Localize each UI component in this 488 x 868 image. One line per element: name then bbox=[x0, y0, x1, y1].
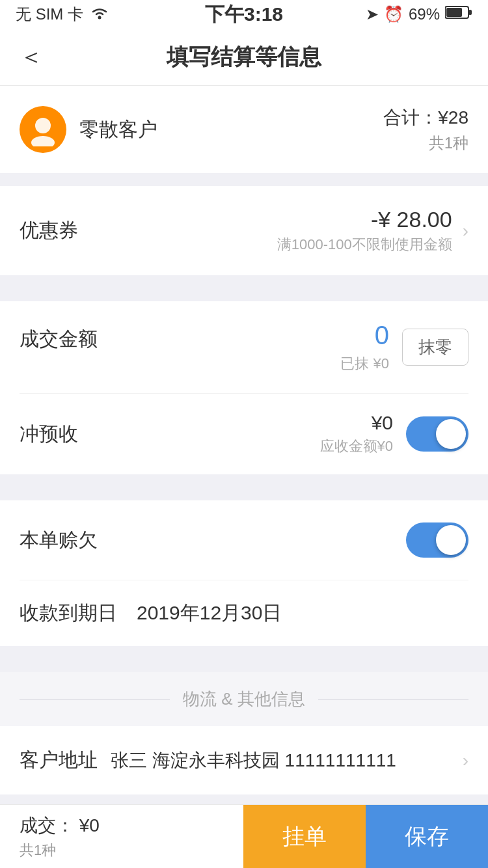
logistics-line-right bbox=[318, 699, 468, 699]
precollect-right: ¥0 应收金额¥0 bbox=[320, 412, 468, 456]
customer-name: 零散客户 bbox=[79, 116, 157, 143]
debt-toggle-knob bbox=[436, 525, 466, 555]
battery-label: 69% bbox=[409, 5, 440, 23]
coupon-row[interactable]: 优惠券 -¥ 28.00 满1000-100不限制使用金额 › bbox=[0, 186, 488, 275]
customer-total: 合计：¥28 共1种 bbox=[383, 105, 468, 154]
address-value: 张三 海淀永丰科技园 11111111111 bbox=[111, 748, 450, 773]
sim-label: 无 SIM 卡 bbox=[16, 4, 83, 25]
amount-label: 成交金额 bbox=[20, 321, 98, 353]
chevron-right-icon: › bbox=[463, 221, 468, 241]
amount-row: 成交金额 0 已抹 ¥0 抹零 bbox=[0, 301, 488, 393]
customer-left: 零散客户 bbox=[20, 106, 157, 153]
total-count: 共1种 bbox=[383, 133, 468, 154]
address-row[interactable]: 客户地址 张三 海淀永丰科技园 11111111111 › bbox=[0, 726, 488, 794]
coupon-value-block: -¥ 28.00 满1000-100不限制使用金额 bbox=[277, 207, 452, 254]
nav-bar: ＜ 填写结算等信息 bbox=[0, 29, 488, 86]
footer: 成交： ¥0 共1种 挂单 保存 bbox=[0, 804, 488, 868]
nav-title: 填写结算等信息 bbox=[167, 42, 321, 72]
round-button[interactable]: 抹零 bbox=[402, 329, 468, 366]
status-time: 下午3:18 bbox=[205, 1, 283, 28]
toggle-knob bbox=[436, 419, 466, 449]
coupon-discount: -¥ 28.00 bbox=[277, 207, 452, 232]
address-chevron-icon: › bbox=[463, 750, 468, 771]
amount-value-block: 0 已抹 ¥0 bbox=[340, 321, 389, 373]
status-right: ➤ ⏰ 69% bbox=[366, 5, 472, 23]
duedate-row: 收款到期日 2019年12月30日 bbox=[0, 580, 488, 646]
location-icon: ➤ bbox=[366, 5, 379, 23]
footer-count: 共1种 bbox=[20, 841, 224, 860]
section-divider-1 bbox=[0, 288, 488, 301]
svg-rect-2 bbox=[468, 10, 472, 15]
svg-point-0 bbox=[98, 16, 102, 20]
amount-value: 0 bbox=[340, 321, 389, 350]
precollect-value: ¥0 bbox=[320, 412, 393, 434]
debt-row: 本单赊欠 bbox=[0, 500, 488, 580]
section-divider-3 bbox=[0, 659, 488, 672]
logistics-header: 物流 & 其他信息 bbox=[0, 672, 488, 726]
avatar bbox=[20, 106, 66, 153]
precollect-sub: 应收金额¥0 bbox=[320, 437, 393, 456]
coupon-right: -¥ 28.00 满1000-100不限制使用金额 › bbox=[277, 207, 468, 254]
back-button[interactable]: ＜ bbox=[20, 41, 43, 73]
logistics-title: 物流 & 其他信息 bbox=[183, 688, 305, 711]
footer-info: 成交： ¥0 共1种 bbox=[0, 813, 243, 860]
status-left: 无 SIM 卡 bbox=[16, 4, 109, 25]
svg-point-4 bbox=[35, 118, 51, 133]
coupon-description: 满1000-100不限制使用金额 bbox=[277, 235, 452, 254]
coupon-label: 优惠券 bbox=[20, 217, 78, 244]
battery-icon bbox=[445, 5, 472, 23]
debt-section: 本单赊欠 收款到期日 2019年12月30日 bbox=[0, 500, 488, 646]
coupon-section: 优惠券 -¥ 28.00 满1000-100不限制使用金额 › bbox=[0, 186, 488, 275]
section-divider-2 bbox=[0, 487, 488, 500]
duedate-value: 2019年12月30日 bbox=[137, 600, 282, 627]
wifi-icon bbox=[90, 5, 109, 23]
footer-deal: 成交： ¥0 bbox=[20, 813, 224, 838]
precollect-value-block: ¥0 应收金额¥0 bbox=[320, 412, 393, 456]
debt-label: 本单赊欠 bbox=[20, 527, 98, 554]
svg-point-5 bbox=[31, 136, 55, 146]
alarm-icon: ⏰ bbox=[384, 5, 403, 23]
address-label: 客户地址 bbox=[20, 747, 98, 774]
precollect-toggle[interactable] bbox=[406, 416, 468, 452]
amount-sub: 已抹 ¥0 bbox=[340, 354, 389, 373]
total-amount: 合计：¥28 bbox=[383, 105, 468, 130]
svg-rect-3 bbox=[446, 8, 462, 17]
precollect-label: 冲预收 bbox=[20, 421, 78, 448]
customer-section: 零散客户 合计：¥28 共1种 bbox=[0, 86, 488, 173]
save-button[interactable]: 保存 bbox=[366, 805, 488, 869]
amount-section: 成交金额 0 已抹 ¥0 抹零 冲预收 ¥0 应收金额¥0 bbox=[0, 301, 488, 474]
customer-row: 零散客户 合计：¥28 共1种 bbox=[0, 86, 488, 173]
amount-right: 0 已抹 ¥0 抹零 bbox=[340, 321, 468, 373]
duedate-label: 收款到期日 bbox=[20, 600, 117, 627]
address-section: 客户地址 张三 海淀永丰科技园 11111111111 › bbox=[0, 726, 488, 794]
status-bar: 无 SIM 卡 下午3:18 ➤ ⏰ 69% bbox=[0, 0, 488, 29]
precollect-row: 冲预收 ¥0 应收金额¥0 bbox=[0, 394, 488, 474]
logistics-line-left bbox=[20, 699, 170, 699]
debt-toggle[interactable] bbox=[406, 522, 468, 558]
hold-button[interactable]: 挂单 bbox=[243, 805, 366, 869]
